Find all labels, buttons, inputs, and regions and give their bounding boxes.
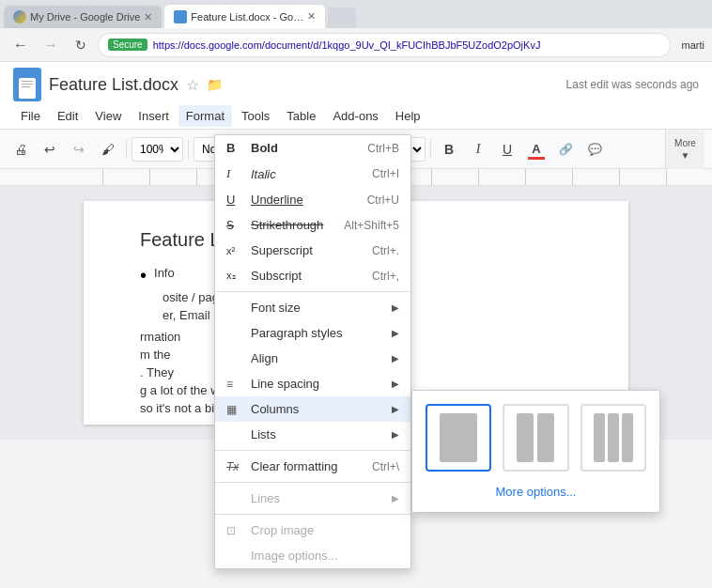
url-text: https://docs.google.com/document/d/1kqgo… [153, 39, 541, 51]
tab-feature-list[interactable]: Feature List.docx - Google ... ✕ [163, 4, 326, 28]
more-button[interactable]: More ▼ [665, 130, 704, 169]
superscript-label: Superscript [251, 243, 372, 257]
line-spacing-icon: ≡ [226, 378, 245, 391]
italic-label: Italic [251, 167, 372, 181]
doc-title[interactable]: Feature List.docx [49, 75, 178, 95]
tab-my-drive-label: My Drive - Google Drive [30, 11, 140, 23]
format-fontsize-item[interactable]: Font size ▶ [215, 295, 410, 320]
forward-button[interactable]: → [38, 32, 64, 58]
toolbar-separator-1 [126, 140, 127, 159]
column-option-1[interactable] [426, 404, 491, 472]
menu-addons[interactable]: Add-ons [325, 105, 385, 127]
comment-button[interactable]: 💬 [581, 136, 608, 162]
doc-bullet1[interactable]: Info [154, 266, 175, 285]
menu-edit[interactable]: Edit [50, 105, 85, 127]
zoom-select[interactable]: 100% [132, 137, 183, 162]
columns-icon: ▦ [226, 403, 245, 416]
subscript-shortcut: Ctrl+, [372, 270, 399, 283]
underline-menu-icon: U [226, 193, 245, 207]
back-button[interactable]: ← [8, 32, 34, 58]
format-paragraph-styles-item[interactable]: Paragraph styles ▶ [215, 320, 410, 346]
divider-3 [215, 482, 410, 483]
menu-format[interactable]: Format [178, 105, 232, 127]
underline-label: Underline [251, 193, 367, 207]
menu-file[interactable]: File [13, 105, 48, 127]
folder-icon[interactable]: 📁 [207, 77, 223, 92]
lines-label: Lines [251, 491, 392, 505]
format-line-spacing-item[interactable]: ≡ Line spacing ▶ [215, 371, 410, 396]
tab-my-drive[interactable]: My Drive - Google Drive ✕ [4, 6, 162, 28]
paragraph-styles-label: Paragraph styles [251, 326, 392, 340]
image-options-label: Image options... [251, 549, 399, 563]
underline-button[interactable]: U [494, 136, 520, 162]
more-label: More [674, 138, 696, 148]
columns-submenu: More options... [411, 390, 660, 513]
column-option-2[interactable] [503, 404, 568, 472]
menu-insert[interactable]: Insert [131, 105, 177, 127]
subscript-menu-icon: x₂ [226, 270, 245, 282]
bold-button[interactable]: B [436, 136, 462, 162]
align-label: Align [251, 351, 392, 365]
format-lines-item[interactable]: Lines ▶ [215, 486, 410, 511]
align-arrow: ▶ [392, 353, 399, 364]
bold-menu-icon: B [226, 141, 245, 155]
menu-bar: File Edit View Insert Format Tools Table… [13, 103, 699, 129]
link-button[interactable]: 🔗 [552, 136, 579, 162]
clear-format-label: Clear formatting [251, 459, 372, 473]
lists-label: Lists [251, 427, 392, 441]
bold-shortcut: Ctrl+B [367, 142, 399, 155]
url-bar[interactable]: Secure https://docs.google.com/document/… [98, 33, 671, 57]
format-image-options-item[interactable]: Image options... [215, 543, 410, 568]
tab-my-drive-close[interactable]: ✕ [144, 11, 152, 23]
format-crop-image-item[interactable]: ⊡ Crop image [215, 518, 410, 543]
tab-feature-list-label: Feature List.docx - Google ... [191, 11, 303, 23]
format-clear-item[interactable]: Tx Clear formatting Ctrl+\ [215, 454, 410, 479]
lists-arrow: ▶ [392, 429, 399, 440]
star-icon[interactable]: ☆ [186, 76, 199, 94]
redo-button[interactable]: ↪ [66, 136, 92, 162]
format-columns-item[interactable]: ▦ Columns ▶ [215, 396, 410, 422]
tab-feature-list-close[interactable]: ✕ [307, 10, 316, 23]
format-subscript-item[interactable]: x₂ Subscript Ctrl+, [215, 263, 410, 288]
subscript-label: Subscript [251, 269, 372, 283]
crop-image-label: Crop image [251, 523, 399, 537]
toolbar-separator-2 [188, 140, 189, 159]
more-chevron-icon: ▼ [681, 150, 690, 161]
bullet-point: • [140, 266, 147, 285]
format-italic-item[interactable]: I Italic Ctrl+I [215, 161, 410, 187]
doc-text5: . They [140, 365, 174, 379]
lines-arrow: ▶ [392, 493, 399, 503]
column-option-3[interactable] [580, 404, 646, 472]
docs-favicon [174, 10, 187, 23]
print-button[interactable]: 🖨 [8, 136, 34, 162]
paint-format-button[interactable]: 🖌 [95, 136, 121, 162]
line-spacing-arrow: ▶ [392, 379, 399, 389]
doc-text3: rmation [140, 330, 180, 344]
columns-arrow: ▶ [392, 404, 399, 414]
refresh-button[interactable]: ↻ [68, 32, 94, 58]
more-options-link[interactable]: More options... [426, 481, 646, 503]
italic-button[interactable]: I [465, 136, 491, 162]
italic-menu-icon: I [226, 166, 245, 181]
superscript-shortcut: Ctrl+. [372, 244, 399, 257]
format-superscript-item[interactable]: x² Superscript Ctrl+. [215, 238, 410, 263]
format-dropdown: B Bold Ctrl+B I Italic Ctrl+I U Underlin… [214, 134, 411, 569]
format-bold-item[interactable]: B Bold Ctrl+B [215, 135, 410, 161]
font-color-button[interactable]: A [523, 136, 549, 162]
undo-button[interactable]: ↩ [37, 136, 63, 162]
columns-label: Columns [251, 402, 392, 416]
divider-4 [215, 514, 410, 515]
format-strikethrough-item[interactable]: S̶ Strikethrough Alt+Shift+5 [215, 212, 410, 238]
menu-help[interactable]: Help [388, 105, 428, 127]
strikethrough-shortcut: Alt+Shift+5 [344, 219, 399, 232]
tab-ghost [328, 8, 356, 28]
divider-2 [215, 450, 410, 451]
fontsize-label: Font size [251, 301, 392, 315]
menu-tools[interactable]: Tools [234, 105, 277, 127]
format-lists-item[interactable]: Lists ▶ [215, 422, 410, 447]
menu-table[interactable]: Table [279, 105, 323, 127]
format-underline-item[interactable]: U Underline Ctrl+U [215, 187, 410, 212]
menu-view[interactable]: View [87, 105, 129, 127]
format-align-item[interactable]: Align ▶ [215, 346, 410, 371]
italic-shortcut: Ctrl+I [372, 167, 399, 180]
